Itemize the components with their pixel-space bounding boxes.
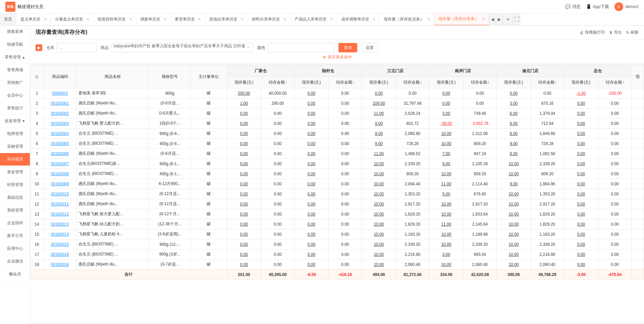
th-gear[interactable]: ⚙ (31, 65, 44, 88)
nav-left-arrow[interactable]: ◀ (489, 13, 496, 26)
cell-total-amount: 0.00 (598, 119, 631, 129)
sidebar-item-search[interactable]: 搜索英单 (0, 26, 30, 38)
close-qtck-icon[interactable]: ✕ (241, 17, 244, 21)
sidebar-item-quicknav[interactable]: 快捷导航 (0, 38, 30, 51)
tab-qtck[interactable]: 其他出库单历史 ✕ (205, 13, 248, 26)
sidebar-item-member[interactable]: 会员中心 (0, 89, 30, 102)
tab-cbtz[interactable]: 成本调整单历史 ✕ (337, 13, 380, 26)
sidebar-item-apps[interactable]: 应用中心 (0, 242, 30, 255)
export-btn[interactable]: ⬇ 导出 (609, 30, 622, 35)
cell-name: 惠氏启赋 (Wyeth illu... (76, 108, 149, 119)
sidebar-item-finance[interactable]: 资金管理 (0, 166, 30, 179)
table-container[interactable]: ⚙ 商品编码 商品名称 规格型号 主计量单位 厂家仓 陆村仓 江北门店 南岸门店… (30, 65, 644, 323)
print-btn[interactable]: 🖨 按模板打印 (580, 30, 605, 35)
product-input[interactable]: babycare孕妇待产包 春季入院全套母子组合孕妇产后冬季月子用品 22件套 … (111, 43, 253, 52)
close-pd-icon[interactable]: ✕ (44, 17, 47, 21)
cell-yb-amount: 2,339.20 (531, 159, 564, 169)
sidebar-item-marketing[interactable]: 营销推广 (0, 77, 30, 89)
sidebar-item-changyuan[interactable]: 畅会员 (0, 268, 30, 281)
close-zzcx-icon[interactable]: ✕ (129, 17, 132, 21)
th-yb-group: 渝北门店 (496, 65, 564, 77)
na-amount-info-icon[interactable]: ℹ (488, 81, 489, 84)
user-area[interactable]: E demo2 (614, 2, 639, 11)
lc-amount-info-icon[interactable]: ℹ (353, 81, 354, 84)
search-button[interactable]: 查询 (338, 43, 357, 52)
cell-yb-amount: 1,353.20 (531, 189, 564, 199)
cf-amount-info-icon[interactable]: ℹ (285, 81, 287, 84)
tab-home[interactable]: 首页 (0, 13, 16, 26)
nav-expand-btn[interactable]: ⛶ (513, 13, 521, 26)
cell-cf-amount: 295.00 (261, 98, 294, 108)
sidebar-item-guide[interactable]: 新手引导 (0, 230, 30, 242)
close-clck-icon[interactable]: ✕ (283, 17, 286, 21)
app-download-btn[interactable]: 📱 App下载 (586, 4, 609, 10)
refresh-btn[interactable]: ↻ 刷新 (626, 30, 639, 35)
tab-ccrk[interactable]: 产成品入库单历史 ✕ (290, 13, 337, 26)
cell-jb-stock: 11.00 (362, 108, 396, 119)
cell-cf-amount: 0.00 (261, 159, 294, 169)
filter-expand-icon[interactable]: ▶ (36, 44, 42, 51)
tab-db[interactable]: 调拨单历史 ✕ (136, 13, 171, 26)
cell-jb-amount: 2,339.20 (396, 239, 429, 249)
total-amount-info-icon[interactable]: ℹ (623, 81, 624, 84)
nav-close-all-btn[interactable]: ✕ (502, 13, 513, 26)
sidebar-item-ecommerce[interactable]: 电商管理 (0, 128, 30, 140)
sidebar-item-ops[interactable]: 经营管理 (0, 179, 30, 191)
cell-cf-amount: 0.00 (261, 260, 294, 270)
yb-amount-info-icon[interactable]: ℹ (555, 81, 556, 84)
cell-cf-stock: 0.00 (227, 149, 261, 159)
expand-conditions-btn[interactable]: ▼ 展开更多条件 (322, 54, 352, 60)
tab-zzcx[interactable]: 组装拆卸单历史 ✕ (94, 13, 136, 26)
cell-jb-amount: 2,094.40 (396, 179, 429, 189)
sidebar-item-wxwork[interactable]: 企业微信 (0, 255, 30, 268)
color-input[interactable] (267, 43, 334, 52)
cell-total-stock: -1.00 (564, 88, 598, 98)
sidebar-item-collab[interactable]: 企业协同 (0, 217, 30, 230)
close-cbtz-icon[interactable]: ✕ (373, 17, 375, 21)
warehouse-input[interactable] (56, 43, 97, 52)
sidebar-item-shop[interactable]: 零售商城 (0, 64, 30, 77)
cell-jb-stock: 10.00 (362, 219, 396, 229)
sidebar-item-inventory[interactable]: 库存核算 (0, 153, 30, 166)
nav-right-arrow[interactable]: ▶ (496, 13, 502, 26)
settings-button[interactable]: 设置 (361, 43, 378, 52)
cell-jb-stock: 10.00 (362, 189, 396, 199)
cell-total-amount: 0.00 (598, 199, 631, 209)
tab-pd[interactable]: 盘点单历史 ✕ (16, 13, 51, 26)
table-row: 15 00100014 飞鹤星飞帆 儿童奶粉 4... (3-6岁适用)... … (31, 229, 644, 239)
cell-na-amount: 665.04 (463, 249, 496, 260)
tab-flpd[interactable]: 分量盘点单历史 ✕ (51, 13, 94, 26)
cell-jb-amount: 1,353.20 (396, 189, 429, 199)
tab-yh[interactable]: 要货单历史 ✕ (171, 13, 205, 26)
close-ccrk-icon[interactable]: ✕ (330, 17, 333, 21)
jb-amount-info-icon[interactable]: ℹ (420, 81, 422, 84)
cell-yb-stock: 9.00 (496, 179, 531, 189)
sidebar-item-retail[interactable]: 零售管理 ▲ (0, 51, 30, 64)
cell-jb-amount: 31,797.48 (396, 98, 429, 108)
cell-now (631, 129, 644, 139)
tab-xcl2[interactable]: 现存量（库存分布表） ✕ (434, 13, 489, 26)
sidebar-item-stats[interactable]: 零售统计 (0, 102, 30, 115)
close-flpd-icon[interactable]: ✕ (87, 17, 89, 21)
table-row: 14 00100013 飞鹤星飞帆 幼儿配方奶... (12-36个月... 罐… (31, 219, 644, 229)
th-na-stock: 现存量(主) (429, 77, 463, 88)
close-yh-icon[interactable]: ✕ (198, 17, 201, 21)
table-row: 16 00100015 合生元 (BIOSTIME) ... 900g (12-… (31, 239, 644, 249)
cell-name: 惠氏启赋 (Wyeth illu... (76, 189, 149, 199)
messages-btn[interactable]: 💬 消息 (565, 4, 581, 10)
sidebar-item-quicknav-label: 快捷导航 (7, 42, 23, 47)
close-db-icon[interactable]: ✕ (164, 17, 166, 21)
cell-total-amount: 0.00 (598, 219, 631, 229)
sidebar-item-system[interactable]: 系统管理 (0, 204, 30, 217)
cell-name: 合生元 (BIOSTIME) ... (76, 239, 149, 249)
sidebar-item-wholesale[interactable]: 批发管理 ▼ (0, 115, 30, 128)
sidebar-item-purchase[interactable]: 采购管理 (0, 140, 30, 153)
cell-jb-stock: 10.00 (362, 229, 396, 239)
sidebar-item-basic[interactable]: 基础信息 (0, 191, 30, 204)
close-xcl1-icon[interactable]: ✕ (427, 17, 430, 21)
close-xcl2-icon[interactable]: ✕ (482, 17, 485, 21)
tab-clck[interactable]: 材料出库单历史 ✕ (248, 13, 290, 26)
tab-xcl1[interactable]: 现存量（库存状况表） ✕ (380, 13, 434, 26)
cell-lc-stock: 0.00 (294, 119, 328, 129)
cell-name: 惠氏启赋 (Wyeth illu... (76, 260, 149, 270)
